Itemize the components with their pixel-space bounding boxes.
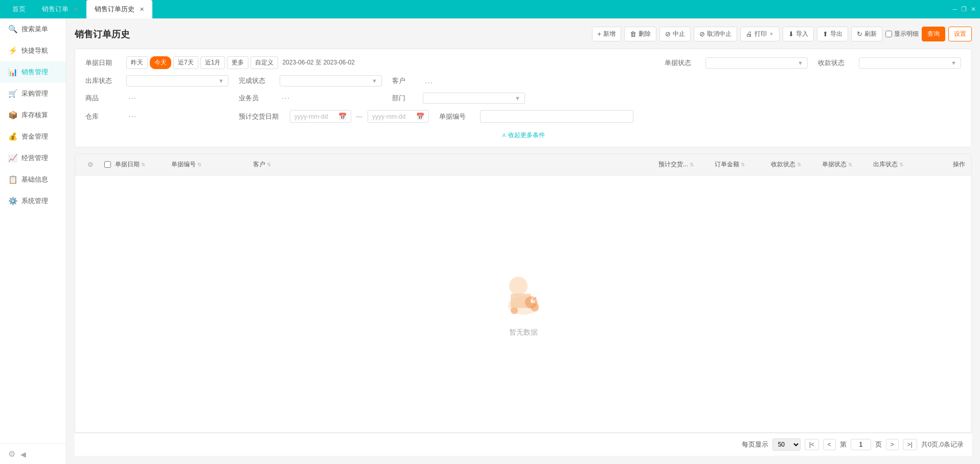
export-button[interactable]: ⬆ 导出 bbox=[817, 27, 848, 41]
print-button[interactable]: 🖨 打印 ▼ bbox=[740, 27, 780, 41]
import-button[interactable]: ⬇ 导入 bbox=[783, 27, 814, 41]
th-order-status[interactable]: 单据状态 ⇅ bbox=[822, 160, 873, 169]
sort-delivery-icon: ⇅ bbox=[690, 162, 694, 167]
goods-more-btn[interactable]: ··· bbox=[128, 94, 136, 103]
restore-btn[interactable]: ❐ bbox=[961, 6, 967, 13]
dept-select[interactable]: ▼ bbox=[423, 93, 525, 104]
doc-status-select[interactable]: ▼ bbox=[705, 57, 808, 69]
salesman-more-btn[interactable]: ··· bbox=[282, 94, 290, 103]
new-button[interactable]: + 新增 bbox=[592, 27, 622, 41]
doc-status-arrow: ▼ bbox=[797, 60, 803, 66]
filter-panel: 单据日期 昨天 今天 近7天 近1月 更多 自定义 2023-06-02 至 2… bbox=[75, 49, 972, 147]
delete-button[interactable]: 🗑 删除 bbox=[624, 27, 656, 41]
first-page-btn[interactable]: |< bbox=[805, 439, 819, 450]
select-all-checkbox[interactable] bbox=[104, 161, 111, 168]
date-btn-today[interactable]: 今天 bbox=[150, 56, 171, 69]
th-out-status[interactable]: 出库状态 ⇅ bbox=[873, 160, 924, 169]
sidebar-settings-icon[interactable]: ⚙ bbox=[8, 449, 15, 459]
salesman-field: ··· bbox=[280, 94, 382, 103]
customer-label: 客户 bbox=[392, 76, 423, 85]
display-detail-check[interactable]: 显示明细 bbox=[885, 30, 919, 38]
sort-date-icon: ⇅ bbox=[141, 162, 145, 167]
goods-field: ··· bbox=[126, 94, 229, 103]
doc-status-label: 单据状态 bbox=[665, 58, 705, 68]
plus-icon: + bbox=[598, 30, 602, 38]
sidebar-collapse-icon[interactable]: ◀ bbox=[20, 450, 26, 458]
sidebar-item-finance[interactable]: 💰 资金管理 bbox=[0, 126, 66, 147]
sidebar-item-inventory[interactable]: 📦 库存核算 bbox=[0, 104, 66, 126]
refresh-button[interactable]: ↻ 刷新 bbox=[851, 27, 882, 41]
th-date[interactable]: 单据日期 ⇅ bbox=[115, 160, 171, 169]
customer-more-btn[interactable]: ... bbox=[425, 76, 433, 85]
per-page-select[interactable]: 50 100 200 bbox=[772, 438, 801, 451]
sidebar-item-sales[interactable]: 📊 销售管理 bbox=[0, 61, 66, 83]
empty-area: 暂无数据 bbox=[75, 175, 971, 432]
minimize-btn[interactable]: ─ bbox=[952, 6, 957, 13]
top-bar: 首页 销售订单 ✕ 销售订单历史 ✕ ─ ❐ ✕ bbox=[0, 0, 980, 18]
calendar-to-icon: 📅 bbox=[416, 113, 424, 120]
pay-status-label: 收款状态 bbox=[818, 58, 859, 68]
close-tab-sales-order[interactable]: ✕ bbox=[74, 6, 78, 13]
column-settings-btn[interactable]: ⚙ bbox=[81, 161, 100, 168]
last-page-btn[interactable]: >| bbox=[903, 439, 917, 450]
sidebar-item-operations[interactable]: 📈 经营管理 bbox=[0, 147, 66, 169]
date-btn-more[interactable]: 更多 bbox=[227, 56, 248, 69]
next-page-btn[interactable]: > bbox=[886, 439, 899, 450]
select-all-check[interactable] bbox=[100, 161, 115, 168]
cancel-stop-button[interactable]: ⊘ 取消中止 bbox=[694, 27, 737, 41]
th-num[interactable]: 单据编号 ⇅ bbox=[171, 160, 253, 169]
tab-sales-order[interactable]: 销售订单 ✕ bbox=[34, 0, 86, 18]
sidebar-item-quicknav[interactable]: ⚡ 快捷导航 bbox=[0, 40, 66, 61]
complete-status-arrow: ▼ bbox=[372, 78, 377, 84]
th-pay-status[interactable]: 收款状态 ⇅ bbox=[771, 160, 822, 169]
sidebar-item-system[interactable]: ⚙️ 系统管理 bbox=[0, 190, 66, 212]
doc-number-label: 单据编号 bbox=[439, 112, 480, 121]
sort-customer-icon: ⇅ bbox=[267, 162, 271, 167]
date-btn-7days[interactable]: 近7天 bbox=[173, 56, 198, 69]
inventory-icon: 📦 bbox=[8, 111, 17, 120]
out-status-label: 出库状态 bbox=[85, 76, 126, 85]
query-button[interactable]: 查询 bbox=[922, 27, 945, 41]
calendar-from-icon: 📅 bbox=[338, 113, 347, 120]
toolbar: + 新增 🗑 删除 ⊘ 中止 ⊘ 取消中止 🖨 打印 bbox=[592, 27, 972, 41]
date-range-display: 2023-06-02 至 2023-06-02 bbox=[282, 58, 354, 67]
page-input[interactable] bbox=[851, 439, 871, 450]
per-page-label: 每页显示 bbox=[742, 440, 768, 449]
stop-button[interactable]: ⊘ 中止 bbox=[659, 27, 691, 41]
th-amount[interactable]: 订单金额 ⇅ bbox=[715, 160, 771, 169]
doc-number-input[interactable] bbox=[480, 110, 633, 123]
sales-icon: 📊 bbox=[8, 68, 17, 77]
delivery-date-from[interactable]: yyyy-mm-dd 📅 bbox=[290, 110, 351, 123]
delivery-date-to[interactable]: yyyy-mm-dd 📅 bbox=[368, 110, 429, 123]
page-title: 销售订单历史 bbox=[75, 28, 130, 40]
close-tab-sales-order-history[interactable]: ✕ bbox=[140, 6, 144, 13]
date-btn-custom[interactable]: 自定义 bbox=[250, 56, 278, 69]
tab-home[interactable]: 首页 bbox=[4, 0, 34, 18]
out-status-select[interactable]: ▼ bbox=[126, 75, 229, 86]
close-btn[interactable]: ✕ bbox=[971, 6, 976, 13]
date-group: 昨天 今天 近7天 近1月 更多 自定义 2023-06-02 至 2023-0… bbox=[126, 56, 355, 69]
sidebar-item-basic-info[interactable]: 📋 基础信息 bbox=[0, 169, 66, 190]
complete-status-select[interactable]: ▼ bbox=[280, 75, 382, 86]
pay-status-select[interactable]: ▼ bbox=[859, 57, 961, 69]
tab-sales-order-history[interactable]: 销售订单历史 ✕ bbox=[86, 0, 152, 18]
settings-button[interactable]: 设置 bbox=[948, 27, 972, 41]
th-customer[interactable]: 客户 ⇅ bbox=[253, 160, 658, 169]
warehouse-more-btn[interactable]: ··· bbox=[128, 112, 136, 121]
import-icon: ⬇ bbox=[788, 30, 794, 38]
date-btn-1month[interactable]: 近1月 bbox=[200, 56, 225, 69]
empty-illustration bbox=[493, 271, 554, 322]
display-detail-checkbox[interactable] bbox=[885, 31, 892, 37]
collapse-row[interactable]: ∧ 收起更多条件 bbox=[85, 129, 961, 140]
sidebar-item-purchase[interactable]: 🛒 采购管理 bbox=[0, 83, 66, 104]
prev-page-btn[interactable]: < bbox=[823, 439, 836, 450]
quicknav-icon: ⚡ bbox=[8, 46, 17, 55]
goods-label: 商品 bbox=[85, 94, 126, 103]
customer-field: ... bbox=[423, 76, 433, 85]
dept-label: 部门 bbox=[392, 94, 423, 103]
th-delivery[interactable]: 预计交货... ⇅ bbox=[658, 160, 715, 169]
stop-icon: ⊘ bbox=[665, 30, 671, 38]
warehouse-field: ··· bbox=[126, 112, 229, 121]
date-btn-yesterday[interactable]: 昨天 bbox=[126, 56, 148, 69]
sidebar-item-search[interactable]: 🔍 搜索菜单 bbox=[0, 18, 66, 40]
